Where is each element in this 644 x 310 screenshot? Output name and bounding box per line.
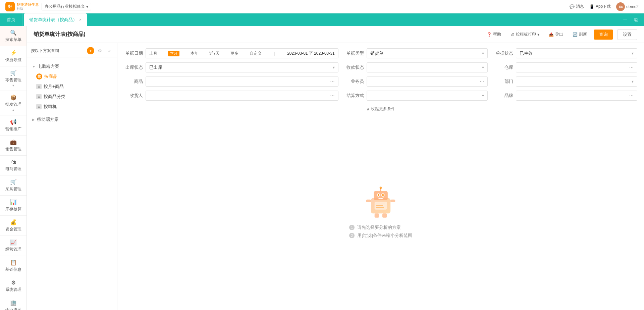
filter-row-3: 商品 ··· 业务员 ···	[124, 76, 637, 87]
filter-row-2: 出库状态 已出库 ▾ 收款状态 ▾	[124, 62, 637, 72]
sidebar-item-marketing[interactable]: 📢 营销推广	[0, 115, 26, 136]
empty-step-2: 2 用[过滤]条件来缩小分析范围	[349, 232, 412, 239]
tab-close-button[interactable]: ×	[79, 18, 82, 22]
tab-minimize-button[interactable]: ─	[621, 16, 629, 24]
out-status-dropdown-icon: ▾	[333, 65, 335, 70]
empty-illustration: 1 请先选择要分析的方案 2 用[过滤]条件来缩小分析范围	[349, 186, 412, 241]
panel-header: 按以下方案查询 + ⚙ «	[27, 47, 117, 57]
goods-dots-icon: ···	[330, 79, 334, 85]
body-area: 按以下方案查询 + ⚙ « ▼ 电脑端方案 按 按商品	[27, 43, 644, 310]
tab-maximize-button[interactable]: ⧉	[632, 16, 640, 24]
receipt-status-control[interactable]: ▾	[367, 62, 488, 72]
date-7days[interactable]: 近7天	[209, 51, 220, 56]
export-button[interactable]: 📤 导出	[546, 30, 566, 39]
salesperson-control[interactable]: ···	[367, 76, 488, 87]
scheme-item-by-goods[interactable]: 按 按商品	[27, 71, 117, 82]
sidebar-item-ecommerce[interactable]: 🛍 电商管理	[0, 156, 26, 175]
empty-robot-icon	[364, 186, 397, 219]
salesperson-dots-icon: ···	[480, 79, 484, 85]
user-menu[interactable]: Ea demo2	[616, 2, 639, 11]
collapse-filters-button[interactable]: ∧ 收起更多条件	[124, 105, 637, 113]
app-download-button[interactable]: 📱 App下载	[589, 4, 611, 9]
filter-brand: 品牌 ···	[494, 91, 637, 101]
inventory-icon: 📊	[10, 199, 17, 205]
workspace-selector[interactable]: 办公用品行业模拟账套 ▾	[42, 3, 91, 10]
sidebar-item-quicknav[interactable]: ⚡ 快捷导航	[0, 46, 26, 66]
tab-home[interactable]: 首页	[0, 13, 22, 26]
chevron-up-icon: ∧	[367, 107, 370, 111]
scheme-grid-icon: ⊞	[36, 84, 42, 89]
svg-point-7	[380, 187, 382, 189]
panel-icons: + ⚙ «	[87, 47, 113, 54]
sidebar-item-inventory[interactable]: 📊 库存核算	[0, 196, 26, 216]
date-prev-month[interactable]: 上月	[149, 51, 157, 56]
refresh-button[interactable]: 🔄 刷新	[570, 30, 590, 39]
top-bar: 好 畅捷通好生意 标版 办公用品行业模拟账套 ▾ 💬 消息 📱 App下载 Ea…	[0, 0, 644, 13]
scheme-active-icon: 按	[36, 73, 42, 80]
settings-button[interactable]: 设置	[617, 29, 637, 40]
sidebar-item-sales[interactable]: 💼 销售管理	[0, 136, 26, 156]
sidebar-item-basic[interactable]: 📋 基础信息	[0, 256, 26, 276]
step-2-num: 2	[349, 233, 355, 238]
warehouse-control[interactable]: ···	[516, 62, 637, 72]
query-button[interactable]: 查询	[594, 30, 613, 40]
page-header-actions: ❓ 帮助 🖨 按模板打印 ▾ 📤 导出 🔄 刷新 查询 设置	[484, 29, 637, 40]
settlement-dropdown-icon: ▾	[482, 93, 484, 98]
sidebar-item-search[interactable]: 🔍 搜索菜单	[0, 26, 26, 46]
sidebar-item-system[interactable]: ⚙ 系统管理	[0, 276, 26, 296]
finance-icon: 💰	[10, 219, 17, 225]
date-this-year[interactable]: 本年	[191, 51, 199, 56]
print-icon: 🖨	[511, 32, 515, 37]
receipt-status-dropdown-icon: ▾	[482, 65, 484, 70]
sidebar-item-retail[interactable]: 🛒 零售管理 ▼	[0, 66, 26, 91]
scheme-group-mobile-header[interactable]: ▶ 移动端方案	[27, 114, 117, 124]
collapse-panel-button[interactable]: «	[106, 47, 113, 54]
department-dropdown-icon: ▾	[632, 79, 634, 84]
department-control[interactable]: ▾	[516, 76, 637, 87]
date-range-control[interactable]: 上月 本月 本年 近7天 更多 自定义 | 2023-03-01 至 2023-…	[146, 48, 338, 58]
sidebar-item-enterprise[interactable]: 🏢 企业协同	[0, 296, 26, 310]
brand-control[interactable]: ···	[516, 91, 637, 101]
svg-rect-11	[390, 200, 395, 202]
date-current-month-tag[interactable]: 本月	[168, 51, 179, 56]
top-bar-right: 💬 消息 📱 App下载 Ea demo2	[570, 2, 639, 11]
export-icon: 📤	[549, 32, 554, 37]
scheme-item-by-category[interactable]: ⊞ 按商品分类	[27, 92, 117, 102]
receiver-control[interactable]: ···	[146, 91, 338, 101]
doc-type-control[interactable]: 销货单 ▾	[367, 48, 488, 58]
wholesale-expand-icon: ▲	[12, 108, 15, 112]
sidebar-item-purchase[interactable]: 🛒 采购管理	[0, 175, 26, 196]
help-button[interactable]: ❓ 帮助	[484, 30, 504, 39]
settings-scheme-button[interactable]: ⚙	[96, 47, 104, 54]
help-icon: ❓	[487, 32, 492, 37]
sidebar-item-wholesale[interactable]: 📦 批发管理 ▲	[0, 91, 26, 115]
print-dropdown-icon: ▾	[537, 32, 539, 37]
add-scheme-button[interactable]: +	[87, 47, 94, 54]
sidebar-item-operations[interactable]: 📈 经营管理	[0, 236, 26, 256]
message-button[interactable]: 💬 消息	[570, 4, 584, 9]
filter-out-status: 出库状态 已出库 ▾	[124, 62, 338, 72]
date-more[interactable]: 更多	[230, 51, 238, 56]
settlement-control[interactable]: ▾	[367, 91, 488, 101]
sidebar-item-finance[interactable]: 💰 资金管理	[0, 216, 26, 236]
logo-icon: 好	[5, 2, 15, 11]
chevron-down-icon: ▼	[32, 65, 36, 68]
goods-control[interactable]: ···	[146, 76, 338, 87]
content-area: 销货单统计表(按商品) ❓ 帮助 🖨 按模板打印 ▾ 📤 导出 🔄 刷新	[27, 26, 644, 310]
print-button[interactable]: 🖨 按模板打印 ▾	[508, 30, 542, 39]
date-custom[interactable]: 自定义	[250, 51, 262, 56]
tab-bar-actions: ─ ⧉	[621, 16, 644, 24]
message-icon: 💬	[570, 4, 575, 9]
purchase-icon: 🛒	[10, 179, 17, 185]
doc-status-control[interactable]: 已生效 ▾	[516, 48, 637, 58]
tab-active[interactable]: 销货单统计表（按商品） ×	[24, 13, 87, 26]
scheme-item-by-month-goods[interactable]: ⊞ 按月+商品	[27, 82, 117, 92]
scheme-item-by-driver[interactable]: ⊞ 按司机	[27, 102, 117, 112]
scheme-group-pc-header[interactable]: ▼ 电脑端方案	[27, 61, 117, 71]
query-empty-area: 1 请先选择要分析的方案 2 用[过滤]条件来缩小分析范围	[117, 116, 644, 310]
tab-bar: 首页 销货单统计表（按商品） × ─ ⧉	[0, 13, 644, 26]
doc-type-dropdown-icon: ▾	[482, 51, 484, 56]
out-status-control[interactable]: 已出库 ▾	[146, 62, 338, 72]
filter-receiver: 收货人 ···	[124, 91, 338, 101]
system-icon: ⚙	[11, 279, 16, 286]
